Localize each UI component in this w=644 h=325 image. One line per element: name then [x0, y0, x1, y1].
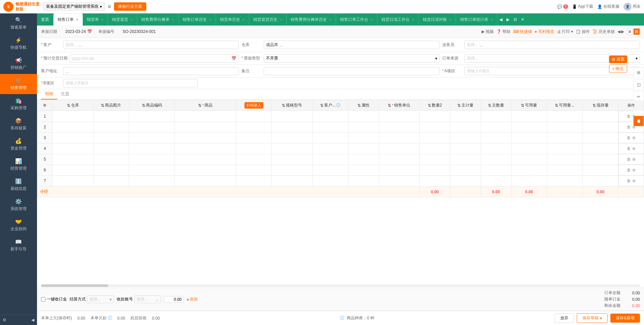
discard-btn[interactable]: 放弃	[555, 313, 574, 323]
sidebar-item-quick-nav[interactable]: ⚡ 快捷导航	[0, 34, 37, 54]
settings-gear-icon[interactable]: ⚙	[108, 4, 111, 9]
tab-daily-reconcile[interactable]: 钱货日清对账 ✕	[419, 13, 456, 26]
next-icon[interactable]: ▶	[621, 29, 624, 34]
copy-icon[interactable]: ⊕	[632, 157, 636, 162]
message-item[interactable]: 💬 9 💬	[557, 4, 568, 9]
tab-sales-order[interactable]: 销售订单 ✕	[53, 13, 83, 26]
customer-input[interactable]: 选择... ...	[63, 41, 239, 49]
warehouse-input[interactable]: 成品库 ...	[264, 41, 439, 49]
th-image[interactable]: ⇅商品图片	[93, 100, 129, 111]
delete-icon[interactable]: 🗑	[627, 157, 631, 162]
online-service[interactable]: 👤 在线客服	[597, 4, 619, 9]
b-project-input[interactable]: 请输入B项目	[63, 79, 198, 87]
warehouse-dots[interactable]: ...	[279, 43, 283, 47]
th-settings[interactable]: ⚙	[37, 100, 52, 111]
tab-order-workbench[interactable]: 销售订单工作台 ✕	[336, 13, 377, 26]
amount-input[interactable]	[164, 296, 184, 303]
grid-view-icon[interactable]: ⊞	[633, 28, 640, 35]
calendar-icon[interactable]: 📅	[87, 29, 92, 34]
th-code[interactable]: ⇅商品编码	[129, 100, 175, 111]
notes-input[interactable]	[264, 67, 439, 75]
tab-close-icon[interactable]: ✕	[76, 18, 78, 22]
method-select[interactable]: 选择... ▾	[87, 295, 114, 303]
sidebar-item-marketing[interactable]: 📢 营销推广	[0, 54, 37, 74]
account-dots[interactable]: ...	[155, 297, 159, 302]
app-download[interactable]: 📱 App下载	[572, 4, 593, 9]
address-input[interactable]: ...	[63, 67, 239, 75]
system-selector[interactable]: 装备及固定资产辅助管理系统 ▾	[43, 2, 105, 11]
tab-sales-return[interactable]: 销货退货 ✕	[108, 13, 137, 26]
tab-close-icon[interactable]: ✕	[209, 18, 212, 22]
sidebar-item-sales[interactable]: 🛒 销售管理	[0, 74, 37, 94]
scrollbar-track[interactable]	[41, 284, 640, 287]
th-unit[interactable]: ⇅*销售单位	[379, 100, 419, 111]
tab-close-icon[interactable]: ✕	[279, 18, 282, 22]
tab-next-btn[interactable]: ▶	[504, 13, 512, 26]
industry-btn[interactable]: 体验行业方案	[114, 2, 146, 11]
th-available[interactable]: ⇅可用量	[511, 100, 547, 111]
tab-close-icon[interactable]: ✕	[412, 18, 414, 22]
copy-icon[interactable]: ⊕	[632, 146, 636, 151]
help-btn[interactable]: ❓ 帮助	[496, 29, 510, 35]
float-btn-1[interactable]: ⊞	[633, 67, 644, 78]
sidebar-collapse-icon[interactable]: ◀	[31, 318, 34, 322]
th-available2[interactable]: ⇅可用量...	[547, 100, 582, 111]
th-spec[interactable]: ⇅规格型号	[272, 100, 312, 111]
th-main-qty[interactable]: ⇅主数量	[481, 100, 511, 111]
settings-btn[interactable]: ⚙ 设置	[609, 55, 627, 63]
th-scan[interactable]: 扫码录入	[236, 100, 272, 111]
sidebar-item-basic-info[interactable]: ℹ️ 基础信息	[0, 175, 37, 195]
print-btn[interactable]: 🖨 打印 ▾	[557, 29, 573, 35]
copy-icon[interactable]: ⊕	[632, 168, 636, 172]
delivery-date-input[interactable]: yyyy-mm-dd 📅	[70, 54, 239, 63]
delete-icon[interactable]: 🗑	[627, 114, 631, 119]
add-payment-btn[interactable]: ● 添加	[187, 296, 198, 302]
tab-close-all-btn[interactable]: ✕	[519, 13, 526, 26]
tab-sales-expense[interactable]: 销售费用分摊单 ✕	[137, 13, 179, 26]
scan-btn[interactable]: 扫码录入	[244, 102, 263, 109]
tab-close-icon[interactable]: ✕	[101, 18, 104, 22]
tab-close-icon[interactable]: ✕	[449, 18, 452, 22]
sidebar-item-inventory[interactable]: 📦 库存核算	[0, 114, 37, 134]
operations-btn[interactable]: 📋 操作	[576, 29, 590, 35]
customer-dots[interactable]: ...	[78, 43, 82, 47]
float-btn-2[interactable]: ◫	[633, 79, 644, 90]
address-dots[interactable]: ...	[66, 69, 69, 74]
tab-daily-workbench[interactable]: 钱货日清工作台 ✕	[377, 13, 419, 26]
delete-icon[interactable]: 🗑	[627, 125, 631, 129]
delete-icon[interactable]: 🗑	[627, 168, 631, 172]
calendar2-icon[interactable]: 📅	[231, 56, 236, 61]
tab-return-history[interactable]: 销货退货历史 ✕	[249, 13, 287, 26]
one-click-payment[interactable]: 一键收订金	[41, 296, 67, 302]
th-warehouse[interactable]: ⇅仓库	[52, 100, 93, 111]
tab-expense-history[interactable]: 销售费用分摊单历史 ✕	[287, 13, 336, 26]
detail-tab-summary[interactable]: 汇总	[57, 89, 73, 99]
tab-close-icon[interactable]: ✕	[370, 18, 373, 22]
tab-close-icon[interactable]: ✕	[172, 18, 174, 22]
date-value[interactable]: 2023-03-24 📅	[63, 28, 94, 36]
th-qty2[interactable]: ⇅数量2	[419, 100, 450, 111]
add-material-btn[interactable]: + 物流	[609, 65, 627, 73]
tab-prev-btn[interactable]: ◀	[497, 13, 504, 26]
save-new-btn[interactable]: 保存&新增	[610, 314, 640, 323]
delete-icon[interactable]: 🗑	[627, 146, 631, 151]
th-main-unit[interactable]: ⇅主计量	[450, 100, 481, 111]
prev-icon[interactable]: ◀	[617, 29, 620, 34]
invoice-type-select[interactable]: 不开票 ▾	[264, 54, 439, 63]
delete-icon[interactable]: 🗑	[627, 135, 631, 140]
salesperson-input[interactable]: 选择... ...	[464, 41, 640, 49]
list-view-icon[interactable]: ≡	[627, 28, 633, 35]
th-customer-code[interactable]: ⇅客户...ⓘ	[312, 100, 348, 111]
tab-close-icon[interactable]: ✕	[329, 18, 332, 22]
save-draft-btn[interactable]: 保存草稿 ▾	[577, 313, 608, 323]
sidebar-item-system[interactable]: ⚙️ 系统管理	[0, 195, 37, 215]
sidebar-item-purchase[interactable]: 🛍️ 采购管理	[0, 94, 37, 114]
scrollbar-thumb[interactable]	[41, 284, 108, 287]
sidebar-item-finance[interactable]: 💰 资金管理	[0, 134, 37, 155]
float-btn-5[interactable]: 📋	[633, 116, 644, 126]
sidebar-item-guide[interactable]: 📖 新手引导	[0, 235, 37, 255]
tab-sales-invoice[interactable]: 销货单 ✕	[83, 13, 108, 26]
copy-icon[interactable]: ⊕	[632, 135, 636, 140]
tab-close-icon[interactable]: ✕	[130, 18, 133, 22]
sidebar-item-search[interactable]: 🔍 搜索菜单	[0, 13, 37, 34]
